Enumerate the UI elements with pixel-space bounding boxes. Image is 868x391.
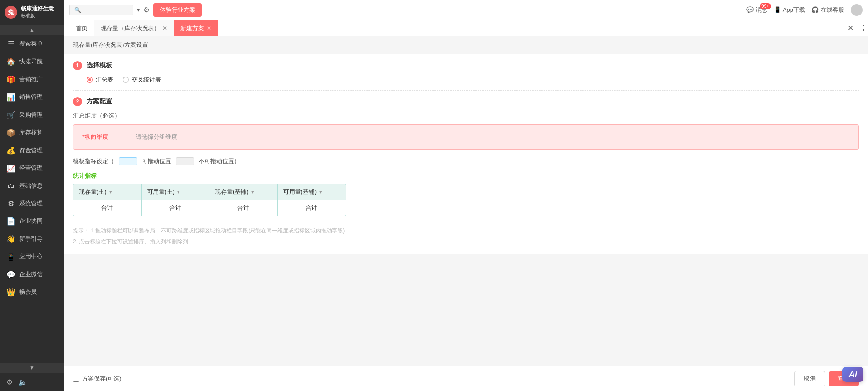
cancel-button[interactable]: 取消 [794,371,825,386]
dimension-required-mark: *纵向维度 [82,133,108,141]
search-icon: 🔍 [74,7,81,13]
save-option-row: 方案保存(可选) [73,375,791,383]
sidebar-item-contract[interactable]: 📄 企业协同 [0,212,64,230]
expand-tab-action-button[interactable]: ⛶ [857,24,864,32]
dimension-box[interactable]: *纵向维度 —— 请选择分组维度 [73,124,859,150]
mobile-download-icon: 📱 [774,6,781,13]
doc-icon: 📄 [6,217,15,226]
tab-inventory-close[interactable]: ✕ [163,25,167,31]
radio-summary[interactable]: 汇总表 [87,76,113,84]
indicator-label-text: 模板指标设定（ [73,157,114,165]
sidebar-item-app[interactable]: 📱 应用中心 [0,248,64,266]
content-area: 现存量(库存状况表)方案设置 1 选择模板 汇总表 交叉统计表 [64,36,868,366]
app-name: 畅康通好生意 [21,5,54,13]
sound-icon[interactable]: 🔈 [18,378,27,386]
mobile-icon: 📱 [6,252,15,261]
sidebar-item-label: 应用中心 [19,252,43,261]
topbar-gear-button[interactable]: ⚙ [143,5,150,14]
sidebar-item-sales[interactable]: 📊 销售管理 [0,88,64,106]
tab-new-plan[interactable]: 新建方案 ✕ [174,20,218,36]
page-header: 现存量(库存状况表)方案设置 [64,36,868,54]
draggable-label: 可拖动位置 [142,157,171,165]
avatar-image [851,4,863,16]
stats-col-2-header[interactable]: 可用量(主) ▾ [142,184,210,200]
logo-icon: 兔 [5,6,17,19]
online-service-label: 在线客服 [821,6,844,14]
message-badge: 99+ [760,3,771,9]
settings-icon[interactable]: ⚙ [6,378,13,386]
sidebar-item-purchase[interactable]: 🛒 采购管理 [0,106,64,124]
chart-icon: 📊 [6,93,15,102]
sidebar-item-operations[interactable]: 📈 经营管理 [0,159,64,177]
stats-col-1-data: 合计 [73,200,142,216]
sidebar-item-inventory[interactable]: 📦 库存核算 [0,124,64,142]
ai-badge[interactable]: Ai [842,367,863,382]
step2-title: 方案配置 [87,98,112,106]
non-draggable-indicator-box [176,157,194,165]
stats-col-4-data: 合计 [278,200,346,216]
hints-section: 提示： 1.拖动标题栏可以调整布局，不可跨维度或指标区域拖动栏目字段(只能在同一… [73,225,859,247]
app-download-label: App下载 [783,6,805,14]
message-button[interactable]: 💬 消息 99+ [746,6,767,14]
sidebar-item-basic[interactable]: 🗂 基础信息 [0,177,64,195]
tab-new-plan-close[interactable]: ✕ [207,25,211,31]
stats-col-1-header[interactable]: 现存量(主) ▾ [73,184,142,200]
app-badge: 标准版 [21,13,54,19]
dimension-section-label: 汇总维度（必选） [73,112,859,120]
search-box[interactable]: 🔍 [69,5,133,15]
stats-col-3-label: 现存量(基辅) [215,188,249,196]
gear-icon: ⚙ [6,199,15,208]
save-option-label: 方案保存(可选) [82,375,122,383]
step1-header: 1 选择模板 [73,61,859,70]
online-service-button[interactable]: 🎧 在线客服 [812,6,844,14]
sidebar-scroll-up[interactable]: ▲ [0,25,64,35]
stats-table: 现存量(主) ▾ 可用量(主) ▾ 现存量(基辅) ▾ 可用量(基辅) [73,184,346,216]
sidebar-scroll-down[interactable]: ▼ [0,363,64,373]
sidebar-item-finance[interactable]: 💰 资金管理 [0,142,64,159]
step1-badge: 1 [73,61,82,70]
sidebar-item-label: 采购管理 [19,111,43,119]
sidebar-item-nav[interactable]: 🏠 快捷导航 [0,53,64,71]
topbar: 🔍 ▾ ⚙ 体验行业方案 💬 消息 99+ 📱 App下载 🎧 在线客服 [64,0,868,20]
sidebar-item-label: 新手引导 [19,235,43,243]
close-tab-action-button[interactable]: ✕ [848,24,853,32]
sidebar-item-member[interactable]: 👑 畅会员 [0,283,64,301]
sidebar-item-guide[interactable]: 👋 新手引导 [0,230,64,248]
topbar-dropdown-button[interactable]: ▾ [137,6,140,14]
radio-cross[interactable]: 交叉统计表 [123,76,161,84]
gift-icon: 🎁 [6,75,15,84]
sidebar-item-search[interactable]: ☰ 搜索菜单 [0,35,64,53]
stats-col-3-data: 合计 [209,200,278,216]
tab-inventory-label: 现存量（库存状况表） [101,24,160,32]
sidebar-item-marketing[interactable]: 🎁 营销推广 [0,71,64,88]
sidebar-logo: 兔 畅康通好生意 标准版 [0,0,64,25]
tab-inventory[interactable]: 现存量（库存状况表） ✕ [94,20,174,36]
folder-icon: 🗂 [6,182,15,190]
trial-industry-button[interactable]: 体验行业方案 [153,3,202,17]
stats-col-4-label: 可用量(基辅) [283,188,317,196]
stats-col-3-header[interactable]: 现存量(基辅) ▾ [209,184,278,200]
sidebar-item-system[interactable]: ⚙ 系统管理 [0,195,64,212]
wave-icon: 👋 [6,235,15,243]
hint-2: 2. 点击标题栏下拉可设置排序、插入列和删除列 [73,236,859,247]
save-checkbox[interactable] [73,376,79,382]
sidebar-item-label: 畅会员 [19,288,37,296]
page-title: 现存量(库存状况表)方案设置 [73,41,148,48]
tab-actions: ✕ ⛶ [848,24,868,32]
stats-col-3-dropdown-icon: ▾ [251,189,254,195]
sidebar-bottom: ⚙ 🔈 [0,373,64,391]
sidebar-item-wechat[interactable]: 💬 企业微信 [0,266,64,283]
trend-icon: 📈 [6,164,15,173]
tab-home[interactable]: 首页 [69,20,94,36]
stats-section: 统计指标 现存量(主) ▾ 可用量(主) ▾ 现存量(基辅) [73,172,859,216]
stats-col-4-header[interactable]: 可用量(基辅) ▾ [278,184,346,200]
draggable-indicator-box [119,157,137,165]
sidebar-item-label: 基础信息 [19,182,43,190]
app-download-button[interactable]: 📱 App下载 [774,6,805,14]
user-avatar[interactable] [851,4,863,16]
tab-new-plan-label: 新建方案 [180,24,204,32]
hint-1: 提示： 1.拖动标题栏可以调整布局，不可跨维度或指标区域拖动栏目字段(只能在同一… [73,225,859,236]
stats-col-2-dropdown-icon: ▾ [177,189,180,195]
sidebar-item-label: 企业微信 [19,270,43,278]
step2-badge: 2 [73,97,82,106]
